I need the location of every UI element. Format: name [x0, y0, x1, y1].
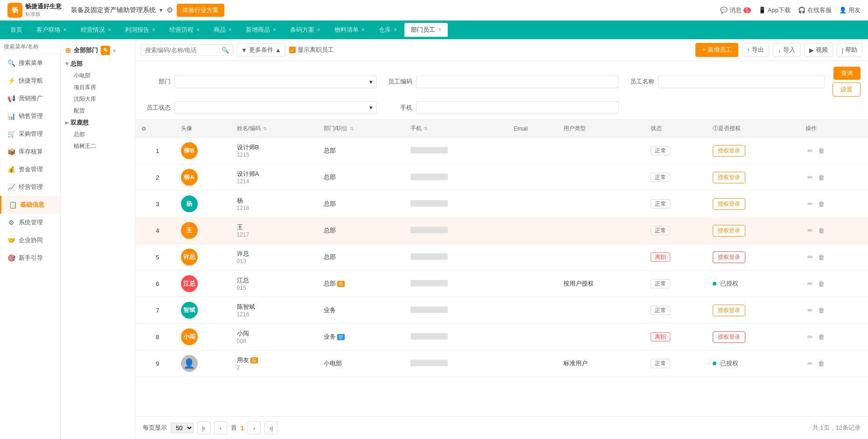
edit-button[interactable]: ✏	[806, 252, 815, 262]
dept-sub-xiaodian[interactable]: 小电部	[61, 70, 135, 82]
edit-button[interactable]: ✏	[806, 199, 815, 209]
sort-icon2[interactable]: ⇅	[350, 126, 354, 131]
auth-button[interactable]: 授权登录	[713, 198, 745, 210]
delete-button[interactable]: 🗑	[816, 199, 826, 209]
tab-profit[interactable]: 利润报告×	[118, 23, 162, 37]
user-menu[interactable]: 👤 用友	[839, 6, 861, 14]
delete-button[interactable]: 🗑	[816, 359, 826, 368]
delete-button[interactable]: 🗑	[816, 226, 826, 235]
sidebar-item-system[interactable]: ⚙ 系统管理	[0, 214, 60, 231]
sidebar-item-guide[interactable]: 🎯 新手引导	[0, 249, 60, 267]
tab-warehouse[interactable]: 仓库×	[372, 23, 403, 37]
more-filter-btn[interactable]: ▼ 更多条件 ▲	[237, 43, 285, 56]
delete-button[interactable]: 🗑	[816, 173, 826, 182]
edit-button[interactable]: ✏	[806, 359, 815, 368]
auth-button[interactable]: 授权登录	[713, 305, 745, 316]
close-icon[interactable]: ×	[317, 27, 320, 33]
edit-button[interactable]: ✏	[806, 146, 815, 155]
next-page-btn[interactable]: ›	[248, 421, 261, 434]
sidebar-item-nav[interactable]: ⚡ 快捷导航	[0, 72, 60, 90]
tab-barcode[interactable]: 条码方案×	[284, 23, 327, 37]
search-input[interactable]	[145, 47, 220, 54]
auth-button[interactable]: 授权登录	[713, 225, 745, 237]
filter-phone-input[interactable]	[416, 101, 618, 114]
tab-history[interactable]: 经营历程×	[163, 23, 206, 37]
filter-status-select[interactable]: ▾	[174, 101, 377, 114]
close-icon[interactable]: ×	[152, 27, 155, 33]
close-icon[interactable]: ×	[394, 27, 397, 33]
edit-button[interactable]: ✏	[806, 332, 815, 341]
edit-button[interactable]: ✏	[806, 306, 815, 315]
tab-dept-staff[interactable]: 部门员工×	[404, 23, 448, 37]
dept-sub-peihuo[interactable]: 配货	[61, 105, 135, 117]
tab-customer[interactable]: 客户联络×	[30, 23, 73, 37]
close-icon[interactable]: ×	[361, 27, 365, 33]
sidebar-item-marketing[interactable]: 📢 营销推广	[0, 90, 60, 107]
dept-sub-zhishu[interactable]: 植树王二	[61, 140, 135, 152]
first-page-btn[interactable]: |‹	[197, 421, 210, 434]
tab-home[interactable]: 首页	[4, 23, 29, 37]
sidebar-item-finance[interactable]: 💰 资金管理	[0, 160, 60, 178]
tab-goods[interactable]: 商品×	[207, 23, 238, 37]
dept-group-double[interactable]: ▸ 双鹿想	[61, 117, 135, 129]
add-employee-button[interactable]: + 新增员工	[695, 43, 738, 57]
sidebar-item-sales[interactable]: 📊 销售管理	[0, 107, 60, 125]
sort-icon3[interactable]: ⇅	[424, 126, 428, 131]
delete-button[interactable]: 🗑	[816, 279, 826, 288]
edit-button[interactable]: ✏	[806, 173, 815, 182]
dept-sub-zongbu[interactable]: 总部	[61, 129, 135, 140]
tab-operation[interactable]: 经营情况×	[74, 23, 118, 37]
delete-button[interactable]: 🗑	[816, 332, 826, 341]
settings-button[interactable]: 设置	[833, 83, 861, 97]
delete-button[interactable]: 🗑	[816, 146, 826, 155]
tab-bom[interactable]: 物料清单×	[328, 23, 371, 37]
last-page-btn[interactable]: ›|	[264, 421, 278, 434]
delete-button[interactable]: 🗑	[816, 252, 826, 262]
show-resigned-toggle[interactable]: ✓ 显示离职员工	[289, 46, 334, 54]
auth-button[interactable]: 授权登录	[713, 145, 745, 157]
page-size-select[interactable]: 50	[171, 423, 194, 433]
import-button[interactable]: ↓ 导入	[773, 43, 800, 57]
dept-sub-shenyang[interactable]: 沈阳大库	[61, 93, 135, 105]
resigned-checkbox[interactable]: ✓	[289, 47, 296, 53]
settings-icon[interactable]: ⚙	[167, 6, 173, 14]
close-icon[interactable]: ×	[63, 27, 67, 33]
message-btn[interactable]: 💬 消息 5	[720, 6, 751, 14]
dept-collapse-btn[interactable]: «	[113, 47, 116, 54]
filter-empname-input[interactable]	[658, 76, 825, 88]
close-icon[interactable]: ×	[196, 27, 200, 33]
online-service-btn[interactable]: 🎧 在线客服	[798, 6, 832, 14]
close-icon[interactable]: ×	[273, 27, 276, 33]
dept-edit-button[interactable]: ✎	[101, 46, 110, 55]
th-settings[interactable]: ⚙	[135, 120, 152, 138]
export-button[interactable]: ↑ 导出	[742, 43, 770, 57]
tab-new-goods[interactable]: 新增商品×	[239, 23, 283, 37]
search-button[interactable]: 查询	[833, 67, 861, 80]
edit-button[interactable]: ✏	[806, 279, 815, 288]
sort-icon[interactable]: ⇅	[263, 126, 267, 131]
dept-sub-project[interactable]: 项目库房	[61, 82, 135, 93]
sidebar-item-collab[interactable]: 🤝 企业协同	[0, 231, 60, 249]
auth-button[interactable]: 授权登录	[713, 172, 745, 183]
view-button[interactable]: ▶ 视频	[804, 43, 833, 57]
sidebar-item-purchase[interactable]: 🛒 采购管理	[0, 125, 60, 143]
close-icon[interactable]: ×	[229, 27, 232, 33]
dept-group-head[interactable]: ▾ 总部	[61, 58, 135, 70]
app-download-btn[interactable]: 📱 App下载	[758, 6, 791, 14]
sidebar-item-search[interactable]: 🔍 搜索菜单	[0, 54, 60, 72]
system-dropdown-btn[interactable]: ▾	[160, 7, 163, 14]
sidebar-item-inventory[interactable]: 📦 库存核算	[0, 143, 60, 160]
filter-dept-select[interactable]: ▾	[174, 76, 377, 88]
close-icon[interactable]: ×	[108, 27, 111, 33]
auth-button[interactable]: 授权登录	[713, 251, 745, 263]
edit-button[interactable]: ✏	[806, 226, 815, 235]
delete-button[interactable]: 🗑	[816, 306, 826, 315]
filter-empcode-input[interactable]	[416, 76, 618, 88]
auth-button[interactable]: 授权登录	[713, 331, 745, 343]
sidebar-item-management[interactable]: 📈 经营管理	[0, 178, 60, 196]
close-icon[interactable]: ×	[438, 27, 441, 33]
sidebar-item-basic[interactable]: 📋 基础信息	[0, 196, 60, 214]
trial-button[interactable]: 体验行业方案	[177, 4, 224, 17]
prev-page-btn[interactable]: ‹	[214, 421, 227, 434]
help-button[interactable]: | 帮助	[837, 43, 862, 57]
